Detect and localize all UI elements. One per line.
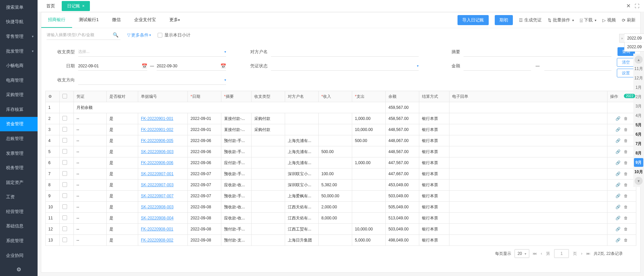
link-icon[interactable]: 🔗 [615,194,621,198]
month-12月[interactable]: 12月 [634,74,643,82]
summary-header[interactable]: *摘要 [221,91,252,102]
row-checkbox[interactable] [62,193,67,198]
sidebar-item-16[interactable]: 系统管理 [0,233,38,248]
period-cell-0[interactable]: 2022.09 [625,34,644,43]
month-9月[interactable]: 9月 [634,158,643,167]
balance-header[interactable]: 余额 [386,91,419,102]
sidebar-item-14[interactable]: 经营管理 [0,204,38,219]
more-conditions-button[interactable]: ▽ 更多条件 ▾ [127,32,151,38]
period-collapse-icon[interactable]: » [619,34,625,43]
sidebar-item-1[interactable]: 快捷导航 [0,15,38,29]
period-cell-1[interactable]: 2022.09 [625,43,644,51]
sidebar-item-3[interactable]: 批发管理▾ [0,44,38,59]
delete-icon[interactable]: 🗑 [624,116,628,121]
docno-link[interactable]: FK-20220901-001 [141,116,173,121]
video-link[interactable]: ▷视频 [602,17,616,23]
first-page-icon[interactable]: ⏮ [533,251,537,256]
sidebar-item-15[interactable]: 基础信息 [0,219,38,234]
delete-icon[interactable]: 🗑 [624,238,628,243]
docno-link[interactable]: SK-20220907-003 [141,183,173,187]
sidebar-item-8[interactable]: 资金管理 [0,117,38,132]
sidebar-item-2[interactable]: 零售管理▾ [0,29,38,44]
voucher-state-select[interactable]: ▾ [271,61,419,71]
docno-link[interactable]: FK-20220908-002 [141,238,173,243]
row-checkbox[interactable] [62,116,67,121]
close-all-icon[interactable]: ✕ [626,3,631,9]
month-4月[interactable]: 4月 [634,111,643,120]
voucher-header[interactable]: 凭证 [74,91,107,102]
month-6月[interactable]: 6月 [634,130,643,139]
docno-link[interactable]: SK-20220906-003 [141,149,173,154]
docno-link[interactable]: FK-20220906-005 [141,138,173,143]
clear-button[interactable]: 清空 [617,58,635,67]
link-icon[interactable]: 🔗 [615,205,621,209]
delete-icon[interactable]: 🗑 [624,171,628,176]
close-icon[interactable]: × [82,4,85,8]
row-checkbox[interactable] [62,226,67,231]
inner-tab-2[interactable]: 微信 [105,12,127,28]
delete-icon[interactable]: 🗑 [624,205,628,209]
batch-ops-link[interactable]: ⇅批量操作▾ [548,17,574,23]
fullscreen-icon[interactable]: ⛶ [635,3,639,9]
month-1月[interactable]: 1月 [634,83,643,92]
delete-icon[interactable]: 🗑 [624,216,628,220]
link-icon[interactable]: 🔗 [615,127,621,132]
verified-header[interactable]: 是否核对 [107,91,138,102]
docno-header[interactable]: 单据编号 [138,91,188,102]
row-checkbox[interactable] [62,182,67,187]
page-input[interactable]: 1 [554,249,569,258]
settle-header[interactable]: 结算方式 [419,91,449,102]
gear-icon[interactable]: ⚙ [16,266,21,273]
month-11月[interactable]: 11月 [634,64,643,73]
type-header[interactable]: 收支类型 [252,91,285,102]
settings-button[interactable]: 设置 [617,69,635,77]
tab-home[interactable]: 首页 [41,1,60,11]
docno-link[interactable]: SK-20220907-007 [141,194,173,198]
date-header[interactable]: *日期 [188,91,221,102]
link-icon[interactable]: 🔗 [615,138,621,143]
scroll-up-icon[interactable]: ▲ [635,56,643,64]
sidebar-item-9[interactable]: 总账管理 [0,131,38,146]
delete-icon[interactable]: 🗑 [624,183,628,187]
row-checkbox[interactable] [62,149,67,154]
summary-input[interactable] [464,47,611,57]
docno-link[interactable]: SK-20220908-003 [141,205,173,209]
link-icon[interactable]: 🔗 [615,227,621,231]
direction-select[interactable]: ▾ [78,75,226,85]
docno-link[interactable]: FK-20220908-001 [141,227,173,231]
ereceipt-header[interactable]: 电子回单 [449,91,607,102]
row-checkbox[interactable] [62,160,67,165]
amount-to[interactable] [544,61,611,71]
date-from[interactable]: 2022-09-01📅 [78,61,147,71]
delete-icon[interactable]: 🗑 [624,138,628,143]
scroll-down-icon[interactable]: ▼ [635,177,643,185]
gear-header[interactable]: ⚙ [46,91,60,102]
income-header[interactable]: *收入 [319,91,352,102]
sidebar-item-10[interactable]: 发票管理 [0,146,38,161]
delete-icon[interactable]: 🗑 [624,227,628,231]
docno-link[interactable]: FK-20220906-006 [141,160,173,165]
link-icon[interactable]: 🔗 [615,238,621,243]
sidebar-item-17[interactable]: 企业协同 [0,248,38,263]
link-icon[interactable]: 🔗 [615,171,621,176]
delete-icon[interactable]: 🗑 [624,194,628,198]
month-5月[interactable]: 5月 [634,121,643,129]
link-icon[interactable]: 🔗 [615,160,621,165]
sidebar-item-0[interactable]: 搜索菜单 [0,0,38,15]
search-input[interactable] [47,30,111,40]
amount-from[interactable] [464,61,531,71]
link-icon[interactable]: 🔗 [615,183,621,187]
row-checkbox[interactable] [62,127,67,132]
date-to[interactable]: 2022-09-30📅 [157,61,226,71]
link-icon[interactable]: 🔗 [615,216,621,220]
month-10月[interactable]: 10月 [634,167,643,176]
tab-journal[interactable]: 日记账 × [62,1,90,11]
month-8月[interactable]: 8月 [634,149,643,157]
docno-link[interactable]: SK-20220908-004 [141,216,173,220]
inner-tab-1[interactable]: 测试银行1 [72,12,105,28]
import-button[interactable]: 导入日记账 [458,15,489,25]
row-checkbox[interactable] [62,204,67,209]
sidebar-item-11[interactable]: 税务管理 [0,160,38,175]
inner-tab-3[interactable]: 企业支付宝 [127,12,163,28]
delete-icon[interactable]: 🗑 [624,160,628,165]
